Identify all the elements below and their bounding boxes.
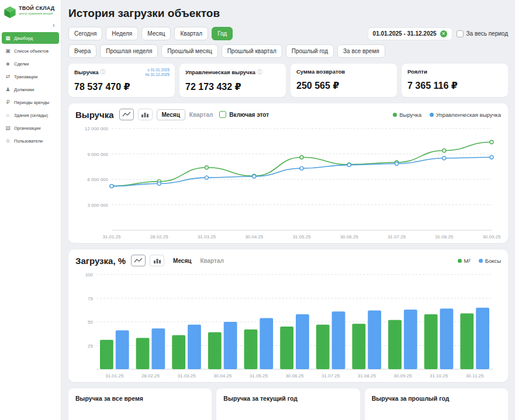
- bar-chart-toggle[interactable]: [150, 255, 164, 266]
- legend-label: Управленческая выручка: [436, 112, 501, 118]
- whole-period-checkbox[interactable]: За весь период: [457, 30, 508, 37]
- bottom-card-last-year: Выручка за прошлый год: [365, 388, 508, 420]
- load-month-toggle[interactable]: Месяц: [168, 256, 196, 266]
- period-button-quarter[interactable]: Квартал: [174, 27, 208, 40]
- logo-text: ТВОЙ СКЛАД центр хранения вещей: [19, 6, 54, 16]
- past-period-button-last-year[interactable]: Прошлый год: [286, 44, 334, 58]
- svg-text:31.07.25: 31.07.25: [388, 234, 406, 239]
- legend-item: Выручка: [393, 112, 421, 118]
- checkbox-icon: [457, 30, 464, 37]
- sidebar-item-organizations[interactable]: ▤Организации: [2, 122, 59, 134]
- svg-text:28.02.25: 28.02.25: [141, 373, 160, 379]
- date-range-picker[interactable]: 01.01.2025 - 31.12.2025 ✕: [368, 27, 452, 40]
- svg-text:30.09.25: 30.09.25: [482, 234, 501, 239]
- sidebar-item-objects-list[interactable]: ▣Список объектов: [2, 45, 59, 57]
- sidebar-item-label: Пользователи: [14, 138, 43, 144]
- svg-text:3 000 000: 3 000 000: [87, 203, 108, 208]
- svg-text:28.02.25: 28.02.25: [150, 234, 169, 239]
- period-button-month[interactable]: Месяц: [141, 27, 171, 40]
- sidebar-item-buildings[interactable]: ⌂Здания (склады): [2, 109, 59, 121]
- clear-date-icon[interactable]: ✕: [440, 30, 447, 37]
- period-filters: СегодняНеделяМесяцКварталГод: [68, 27, 233, 40]
- bottom-cards-row: Выручка за все времяВыручка за текущий г…: [68, 388, 508, 420]
- info-icon[interactable]: ⓘ: [257, 68, 262, 76]
- line-chart-toggle[interactable]: [119, 109, 134, 120]
- period-button-year[interactable]: Год: [212, 27, 233, 40]
- sidebar-item-dashboard[interactable]: ▦Дашборд: [2, 32, 59, 44]
- sidebar: ТВОЙ СКЛАД центр хранения вещей ‹ ▦Дашбо…: [0, 0, 61, 420]
- organizations-icon: ▤: [5, 125, 11, 131]
- transactions-icon: ⇄: [5, 74, 11, 79]
- kpi-card-revenue: Выручкаⓘс 01.01.2025по 31.12.202578 537 …: [68, 64, 175, 97]
- kpi-card-management-revenue: Управленческая выручкаⓘ72 173 432 ₽: [179, 64, 286, 97]
- page-title: История загрузки объектов: [68, 7, 508, 20]
- kpi-label: Управленческая выручка: [185, 69, 255, 75]
- revenue-chart-header: Выручка Месяц Квартал Включая этот Выруч…: [75, 109, 501, 120]
- kpi-value: 7 365 116 ₽: [407, 80, 502, 91]
- checkbox-icon: [219, 111, 226, 118]
- period-button-today[interactable]: Сегодня: [68, 27, 102, 40]
- revenue-line-chart-svg: 3 000 0006 000 0009 000 00012 000 00031.…: [75, 123, 501, 242]
- load-quarter-toggle[interactable]: Квартал: [200, 258, 223, 264]
- kpi-header: Управленческая выручкаⓘ: [185, 68, 280, 76]
- svg-text:31.01.25: 31.01.25: [102, 234, 121, 239]
- revenue-quarter-toggle[interactable]: Квартал: [189, 112, 213, 118]
- svg-text:30.04.25: 30.04.25: [213, 373, 232, 379]
- kpi-header: Роялти: [407, 68, 502, 75]
- past-period-button-last-month[interactable]: Прошлый месяц: [161, 44, 217, 58]
- revenue-chart-plot: 3 000 0006 000 0009 000 00012 000 00031.…: [75, 123, 501, 242]
- kpi-label: Сумма возвратов: [296, 68, 345, 75]
- legend-label: М²: [464, 258, 471, 264]
- svg-text:12 000 000: 12 000 000: [85, 126, 109, 131]
- info-icon[interactable]: ⓘ: [101, 68, 106, 76]
- include-current-checkbox[interactable]: Включая этот: [219, 111, 269, 118]
- past-period-button-yesterday[interactable]: Вчера: [68, 44, 96, 58]
- revenue-month-toggle[interactable]: Месяц: [157, 109, 185, 120]
- load-chart-title: Загрузка, %: [75, 256, 126, 266]
- line-chart-icon: [122, 112, 131, 117]
- line-chart-toggle[interactable]: [131, 255, 146, 266]
- svg-text:31.05.25: 31.05.25: [292, 234, 311, 239]
- include-current-label: Включая этот: [229, 112, 269, 118]
- sidebar-item-users[interactable]: ☺Пользователи: [2, 135, 59, 147]
- load-chart-card: Загрузка, % Месяц Квартал М²Боксы 255075…: [68, 249, 508, 382]
- sidebar-item-transactions[interactable]: ⇄Транзакции: [2, 71, 59, 82]
- logo[interactable]: ТВОЙ СКЛАД центр хранения вещей: [0, 5, 61, 20]
- users-icon: ☺: [5, 138, 11, 144]
- legend-dot: [393, 113, 397, 117]
- sidebar-item-rent-periods[interactable]: ₽Периоды аренды: [2, 96, 59, 108]
- sidebar-item-label: Здания (склады): [14, 113, 48, 118]
- date-range-value: 01.01.2025 - 31.12.2025: [373, 30, 437, 37]
- revenue-chart-card: Выручка Месяц Квартал Включая этот Выруч…: [68, 103, 508, 243]
- sidebar-item-deals[interactable]: ◈Сделки: [2, 58, 59, 70]
- past-period-button-last-quarter[interactable]: Прошлый квартал: [222, 44, 282, 58]
- past-period-filters: ВчераПрошлая неделяПрошлый месяцПрошлый …: [68, 44, 385, 58]
- bar-chart-toggle[interactable]: [138, 109, 153, 120]
- bottom-card-all-time: Выручка за все время: [68, 388, 212, 420]
- kpi-label: Роялти: [407, 68, 427, 75]
- filter-row-1: СегодняНеделяМесяцКварталГод 01.01.2025 …: [68, 27, 508, 40]
- app-root: ТВОЙ СКЛАД центр хранения вещей ‹ ▦Дашбо…: [0, 0, 515, 420]
- bottom-card-current-year: Выручка за текущий год: [216, 388, 360, 420]
- deals-icon: ◈: [5, 61, 11, 67]
- legend-dot: [430, 113, 434, 117]
- bar-chart-icon: [141, 112, 149, 117]
- sidebar-item-debtors[interactable]: ♟Должники: [2, 84, 59, 95]
- svg-text:30.04.25: 30.04.25: [245, 234, 264, 239]
- past-period-button-last-week[interactable]: Прошлая неделя: [100, 44, 158, 58]
- svg-text:30.11.25: 30.11.25: [466, 373, 484, 379]
- period-button-week[interactable]: Неделя: [106, 27, 138, 40]
- load-chart-plot: 25507510031.01.2528.02.2531.03.2530.04.2…: [75, 269, 501, 381]
- whole-period-label: За весь период: [466, 30, 508, 37]
- past-period-button-all-time[interactable]: За все время: [337, 44, 385, 58]
- sidebar-item-label: Сделки: [14, 61, 29, 67]
- main-content: История загрузки объектов СегодняНеделяМ…: [61, 0, 515, 420]
- sidebar-item-label: Транзакции: [14, 74, 37, 79]
- sidebar-item-label: Периоды аренды: [14, 100, 49, 105]
- sidebar-collapse-icon[interactable]: ‹: [0, 20, 61, 29]
- kpi-label: Выручка: [74, 69, 99, 75]
- legend-1: М²Боксы: [458, 258, 501, 264]
- bottom-card-title: Выручка за текущий год: [223, 395, 352, 402]
- logo-cube-icon: [4, 6, 16, 19]
- objects-list-icon: ▣: [5, 48, 11, 54]
